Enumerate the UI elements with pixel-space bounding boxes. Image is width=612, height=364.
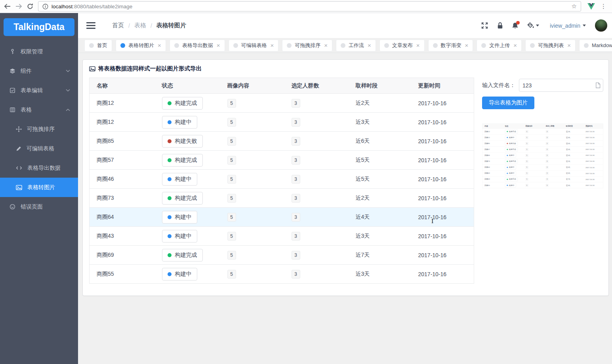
table2image-card: 将表格数据连同样式一起以图片形式导出 名称状态画像内容选定人群数取样时段更新时间…	[82, 59, 609, 296]
audience-count-tag: 3	[292, 137, 300, 146]
tab-close-icon[interactable]: ×	[416, 42, 420, 48]
tab-close-icon[interactable]: ×	[513, 42, 517, 48]
status-dot-icon	[168, 139, 172, 143]
cell-period: 近6天	[349, 132, 411, 151]
tab-item[interactable]: 表格导出数据×	[170, 40, 225, 51]
status-button[interactable]: 构建中	[162, 268, 197, 281]
breadcrumb-tables[interactable]: 表格	[134, 22, 146, 29]
portrait-count-tag: 5	[227, 194, 236, 203]
sidebar-item[interactable]: 错误页面	[0, 197, 78, 216]
card-title: 将表格数据连同样式一起以图片形式导出	[98, 65, 202, 72]
tab-close-icon[interactable]: ×	[368, 42, 371, 48]
sidebar-item-label: 错误页面	[21, 203, 43, 210]
theme-switch-icon[interactable]	[527, 22, 539, 29]
filename-input[interactable]	[519, 79, 603, 92]
lock-icon[interactable]	[497, 22, 503, 29]
audience-count-tag: 3	[292, 270, 300, 279]
user-menu[interactable]: iview_admin	[550, 23, 586, 29]
cell-updated: 2017-10-16	[411, 227, 474, 246]
browser-menu-icon[interactable]: ⋮	[601, 3, 606, 10]
portrait-count-tag: 5	[227, 156, 236, 165]
sidebar-subitem[interactable]: 表格导出数据	[0, 158, 78, 178]
collapse-menu-button[interactable]	[86, 22, 95, 29]
tab-close-icon[interactable]: ×	[324, 42, 328, 48]
tab-item[interactable]: 数字渐变×	[428, 40, 473, 51]
cell-updated: 2017-10-16	[411, 94, 474, 113]
breadcrumb-home[interactable]: 首页	[112, 22, 124, 29]
tab-item[interactable]: 可拖拽排序×	[282, 40, 332, 51]
tab-item[interactable]: 工作流×	[336, 40, 376, 51]
cell-updated: 2017-10-16	[411, 189, 474, 208]
data-table: 名称状态画像内容选定人群数取样时段更新时间 商圈12构建完成53近2天2017-…	[482, 123, 603, 188]
tab-item[interactable]: 文件上传×	[477, 40, 522, 51]
portrait-count-tag: 5	[227, 175, 236, 184]
sidebar-item[interactable]: 权限管理	[0, 42, 78, 61]
browser-back-button[interactable]	[4, 4, 11, 9]
sidebar-subitem[interactable]: 可编辑表格	[0, 139, 78, 158]
status-button[interactable]: 构建中	[162, 211, 197, 224]
status-button[interactable]: 构建中	[162, 116, 197, 129]
table-row[interactable]: 商圈69构建完成53近7天2017-10-16	[90, 246, 474, 265]
table-row[interactable]: 商圈43构建中53近3天2017-10-16	[90, 227, 474, 246]
avatar[interactable]	[595, 19, 607, 32]
sidebar-subitem[interactable]: 表格转图片	[0, 178, 78, 197]
browser-refresh-button[interactable]	[27, 3, 33, 9]
vue-devtools-icon[interactable]	[587, 3, 595, 10]
tab-item[interactable]: 首页	[84, 40, 112, 51]
cell-name: 商圈85	[90, 132, 155, 151]
tab-close-icon[interactable]: ×	[465, 42, 469, 48]
status-button[interactable]: 构建完成	[162, 249, 203, 262]
sidebar-item[interactable]: 表单编辑	[0, 81, 78, 100]
tab-item[interactable]: Markdown编辑器×	[579, 40, 612, 51]
status-button[interactable]: 构建中	[162, 173, 197, 186]
table-row[interactable]: 商圈55构建中53近3天2017-10-16	[90, 265, 474, 284]
tab-close-icon[interactable]: ×	[217, 42, 220, 48]
table-row[interactable]: 商圈73构建完成53近2天2017-10-16	[90, 189, 474, 208]
cell-name: 商圈12	[90, 94, 155, 113]
sidebar-item[interactable]: 表格	[0, 100, 78, 119]
table-row[interactable]: 商圈46构建中53近5天2017-10-16	[90, 170, 474, 189]
export-panel: 输入文件名： 导出表格为图片 名称状态画像内容选定人群数取样时段更新时	[482, 78, 603, 284]
browser-forward-button[interactable]	[15, 4, 22, 9]
portrait-count-tag: 5	[227, 213, 236, 222]
address-bar[interactable]: localhost:8080/tables/table2image ☆	[38, 1, 581, 11]
table-row[interactable]: 商圈64构建中53近4天2017-10-16	[90, 208, 474, 227]
cell-audience-count: 3	[284, 132, 349, 151]
cell-updated: 2017-10-16	[411, 208, 474, 227]
table-row[interactable]: 商圈57构建完成53近5天2017-10-16	[90, 151, 474, 170]
table-row[interactable]: 商圈12构建完成53近2天2017-10-16	[90, 94, 474, 113]
cell-period: 近3天	[349, 227, 411, 246]
tab-item[interactable]: 表格转图片×	[116, 40, 166, 51]
sidebar-item[interactable]: 组件	[0, 61, 78, 81]
sidebar-subitem[interactable]: 可拖拽排序	[0, 119, 78, 139]
export-table-button[interactable]: 导出表格为图片	[482, 97, 534, 109]
cell-portrait-count: 5	[220, 170, 284, 189]
table-row[interactable]: 商圈12构建中53近3天2017-10-16	[90, 113, 474, 132]
tab-item[interactable]: 可拖拽列表×	[525, 40, 576, 51]
cell-name: 商圈12	[90, 113, 155, 132]
bookmark-star-icon[interactable]: ☆	[572, 3, 577, 10]
tab-close-icon[interactable]: ×	[271, 42, 274, 48]
status-button[interactable]: 构建中	[162, 230, 197, 243]
notifications-bell-icon[interactable]	[512, 22, 519, 29]
tab-close-icon[interactable]: ×	[567, 42, 571, 48]
tab-close-icon[interactable]: ×	[158, 42, 161, 48]
status-dot-icon	[168, 253, 172, 257]
status-button[interactable]: 构建完成	[162, 192, 203, 205]
tab-item[interactable]: 可编辑表格×	[229, 40, 279, 51]
pencil-icon	[16, 146, 21, 152]
table-row[interactable]: 商圈85构建失败53近6天2017-10-16	[90, 132, 474, 151]
status-button[interactable]: 构建失败	[162, 135, 203, 148]
cell-portrait-count: 5	[220, 227, 284, 246]
sidebar-menu: 权限管理组件表单编辑表格可拖拽排序可编辑表格表格导出数据表格转图片错误页面	[0, 42, 78, 216]
tab-item[interactable]: 文章发布×	[379, 40, 425, 51]
tab-label: 数字渐变	[441, 42, 461, 49]
cell-period: 近7天	[349, 246, 411, 265]
status-label: 构建完成	[175, 157, 197, 164]
cell-status: 构建中	[155, 208, 220, 227]
fullscreen-icon[interactable]	[481, 22, 488, 29]
status-button[interactable]: 构建完成	[162, 97, 203, 110]
page-info-icon[interactable]	[42, 4, 48, 9]
status-label: 构建完成	[175, 195, 197, 202]
status-button[interactable]: 构建完成	[162, 154, 203, 167]
